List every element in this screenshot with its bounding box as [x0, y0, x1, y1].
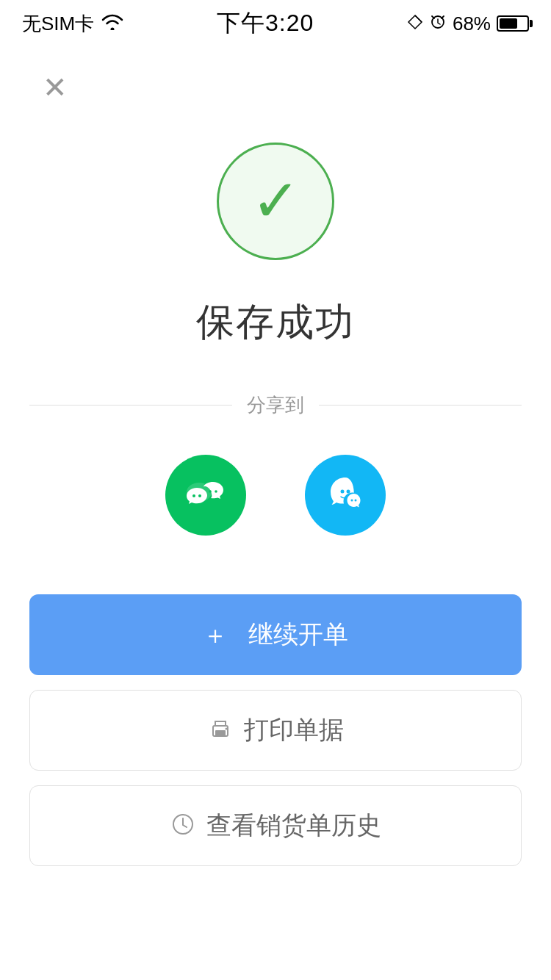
plus-icon: ＋	[203, 622, 228, 647]
status-left: 无SIM卡	[22, 11, 123, 37]
svg-point-2	[192, 494, 195, 497]
svg-point-8	[351, 500, 353, 502]
divider-line-left	[29, 405, 232, 406]
close-icon[interactable]: ✕	[37, 69, 73, 106]
history-button[interactable]: 查看销货单历史	[29, 785, 522, 866]
action-buttons: ＋ 继续开单 打印单据 查	[29, 594, 522, 866]
carrier-text: 无SIM卡	[22, 11, 94, 37]
battery-icon	[497, 15, 529, 32]
qq-share-button[interactable]	[305, 455, 386, 536]
status-right: 68%	[407, 12, 529, 35]
share-divider: 分享到	[29, 392, 522, 418]
divider-line-right	[319, 405, 522, 406]
print-button[interactable]: 打印单据	[29, 690, 522, 771]
alarm-icon	[429, 12, 447, 35]
printer-icon	[207, 716, 234, 746]
svg-rect-11	[215, 730, 226, 736]
location-icon	[407, 12, 423, 35]
success-title: 保存成功	[196, 297, 355, 348]
checkmark-icon: ✓	[251, 172, 300, 231]
svg-point-12	[226, 727, 228, 729]
svg-point-5	[215, 490, 217, 493]
svg-point-6	[341, 490, 345, 494]
wechat-share-button[interactable]	[165, 455, 246, 536]
continue-text: 继续开单	[248, 618, 348, 652]
history-label: 查看销货单历史	[206, 809, 381, 843]
svg-point-9	[355, 500, 357, 502]
share-label: 分享到	[247, 392, 304, 418]
clock-icon	[170, 811, 196, 841]
svg-point-3	[198, 494, 201, 497]
status-bar: 无SIM卡 下午3:20 68%	[0, 0, 551, 47]
continue-button[interactable]: ＋ 继续开单	[29, 594, 522, 675]
svg-point-7	[347, 490, 350, 494]
print-label: 打印单据	[244, 713, 344, 747]
wifi-icon	[101, 12, 123, 35]
share-icons-row	[165, 455, 386, 536]
close-button-row: ✕	[0, 47, 551, 128]
success-circle: ✓	[217, 143, 334, 260]
main-content: ✓ 保存成功 分享到	[0, 128, 551, 866]
battery-percentage: 68%	[453, 12, 491, 35]
svg-point-4	[209, 490, 212, 493]
status-time: 下午3:20	[217, 7, 314, 40]
